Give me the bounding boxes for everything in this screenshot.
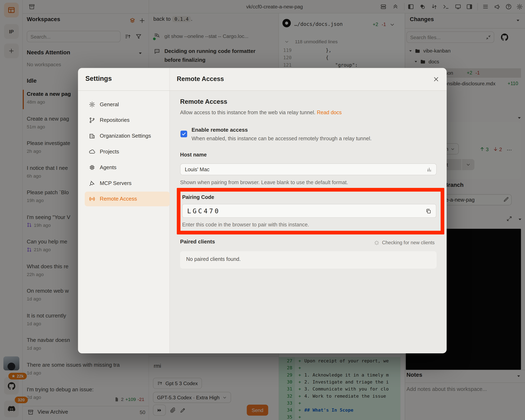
- nav-item-icon: [89, 148, 95, 155]
- read-docs-link[interactable]: Read docs: [317, 110, 342, 115]
- settings-nav: General Repositories Organization Settin…: [78, 96, 169, 207]
- nav-item-icon: [89, 164, 95, 171]
- paired-clients-label: Paired clients: [180, 239, 215, 245]
- app-window: vk/ccf0-create-a-new-pag IP 22k: [0, 0, 525, 420]
- settings-nav-item[interactable]: General: [85, 97, 170, 112]
- settings-nav-item[interactable]: Organization Settings: [85, 129, 170, 143]
- settings-nav-item[interactable]: Repositories: [85, 113, 170, 128]
- pairing-code-label: Pairing Code: [182, 194, 214, 200]
- nav-item-label: General: [100, 102, 119, 107]
- host-name-field[interactable]: [180, 163, 437, 175]
- pairing-code-field[interactable]: [182, 204, 436, 218]
- nav-item-icon: [89, 101, 95, 108]
- host-name-label: Host name: [180, 152, 206, 158]
- nav-item-label: Organization Settings: [100, 133, 151, 139]
- close-icon[interactable]: [432, 76, 440, 83]
- enable-description: When enabled, this instance can be acces…: [192, 136, 372, 141]
- modal-header-divider: [78, 90, 447, 91]
- panel-title: Remote Access: [177, 75, 224, 83]
- settings-nav-item[interactable]: Projects: [85, 144, 170, 159]
- nav-item-icon: [89, 133, 95, 140]
- section-title: Remote Access: [180, 98, 227, 106]
- nav-item-label: Agents: [100, 165, 116, 170]
- paired-empty-text: No paired clients found.: [186, 256, 241, 262]
- nav-item-icon: [89, 196, 95, 202]
- nav-item-label: Remote Access: [100, 196, 137, 202]
- enable-remote-access-checkbox[interactable]: [180, 131, 187, 137]
- paired-clients-empty-card: No paired clients found.: [180, 251, 437, 269]
- nav-item-icon: [89, 180, 95, 187]
- pairing-helper: Enter this code in the browser to pair w…: [182, 222, 309, 228]
- section-description: Allow access to this instance from the w…: [180, 110, 342, 115]
- copy-icon[interactable]: [425, 208, 431, 214]
- nav-item-icon: [89, 117, 95, 124]
- nav-item-label: Repositories: [100, 117, 130, 123]
- check-icon: [181, 132, 186, 136]
- paired-status: Checking for new clients: [382, 240, 435, 245]
- nav-item-label: MCP Servers: [100, 180, 132, 186]
- settings-modal: Settings Remote Access General Repositor…: [78, 68, 447, 353]
- pairing-code-input[interactable]: [183, 204, 436, 217]
- enable-label[interactable]: Enable remote access: [192, 127, 248, 133]
- settings-nav-item[interactable]: Remote Access: [85, 192, 170, 206]
- settings-nav-item[interactable]: MCP Servers: [85, 176, 170, 190]
- spinner-icon: [374, 240, 379, 245]
- settings-nav-item[interactable]: Agents: [85, 160, 170, 175]
- host-name-input[interactable]: [180, 164, 436, 175]
- randomize-icon[interactable]: [426, 167, 432, 172]
- host-helper: Shown when pairing from browser. Leave b…: [180, 179, 348, 185]
- nav-item-label: Projects: [100, 149, 119, 155]
- settings-title: Settings: [85, 75, 112, 83]
